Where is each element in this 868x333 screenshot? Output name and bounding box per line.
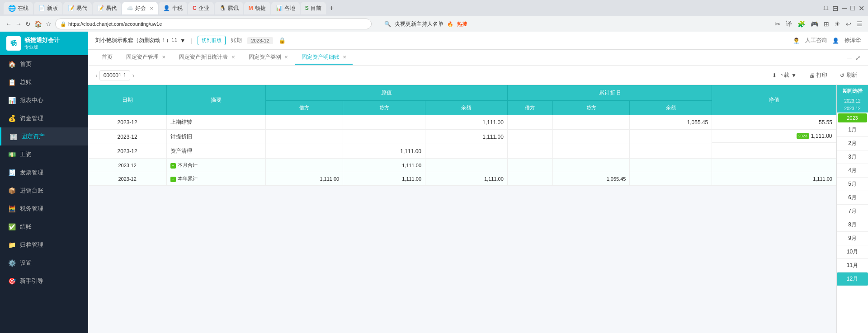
sidebar-label-purchase-sales: 进销台账 — [20, 187, 43, 195]
home-button[interactable]: 🏠 — [34, 20, 42, 28]
tab-list-icon[interactable]: ⊟ — [832, 4, 838, 13]
sidebar-item-home[interactable]: 🏠 首页 — [0, 55, 88, 73]
sidebar-item-settings[interactable]: ⚙️ 设置 — [0, 254, 88, 272]
period-month-3[interactable]: 3月 — [837, 150, 868, 164]
extension-icon[interactable]: 🧩 — [797, 20, 805, 28]
bookmark-button[interactable]: ☆ — [46, 20, 52, 28]
header-right: 👨‍💼 人工咨询 👤 徐泽华 — [793, 37, 861, 44]
tab-expand-icon[interactable]: ⤢ — [855, 54, 861, 61]
tab-fixed-assets-mgmt[interactable]: 固定资产管理 ✕ — [120, 51, 172, 65]
tab-asset-category[interactable]: 固定资产类别 ✕ — [242, 51, 294, 65]
sidebar-item-reports[interactable]: 📊 报表中心 — [0, 91, 88, 109]
period-month-8[interactable]: 8月 — [837, 218, 868, 232]
sidebar-item-funds[interactable]: 💰 资金管理 — [0, 109, 88, 127]
sidebar-item-tax[interactable]: 🧮 税务管理 — [0, 200, 88, 218]
home-icon: 🏠 — [8, 61, 15, 68]
close-window-icon[interactable]: ✕ — [859, 4, 864, 13]
download-label: 下载 — [778, 71, 789, 79]
tab-fixed-assets-mgmt-close[interactable]: ✕ — [162, 55, 165, 60]
menu-icon[interactable]: ☰ — [857, 20, 863, 28]
sidebar-item-guide[interactable]: 🎯 新手引导 — [0, 272, 88, 290]
cell-depr-debit — [507, 115, 552, 130]
tab-asset-detail-ledger-close[interactable]: ✕ — [343, 55, 346, 60]
fixed-assets-icon: 🏢 — [9, 133, 17, 140]
browser-tab-changjie[interactable]: M 畅捷 — [244, 2, 270, 14]
prev-record-button[interactable]: ‹ — [95, 72, 98, 79]
user-label[interactable]: 徐泽华 — [844, 37, 861, 44]
browser-tab-yidai2[interactable]: 📝 易代 — [93, 2, 121, 14]
sidebar-label-funds: 资金管理 — [20, 114, 43, 122]
forward-button[interactable]: → — [15, 20, 22, 28]
translate-icon[interactable]: 译 — [786, 20, 792, 28]
back-button[interactable]: ← — [5, 20, 12, 28]
browser-tab-close[interactable]: ✕ — [150, 6, 153, 11]
sidebar-label-home: 首页 — [20, 60, 32, 68]
purchase-sales-icon: 📦 — [8, 187, 15, 194]
browser-tab-geshui[interactable]: 👤 个税 — [159, 2, 187, 14]
period-month-1[interactable]: 1月 — [837, 123, 868, 137]
tab-home[interactable]: 首页 — [95, 51, 119, 65]
browser-chrome: 🌐 在线 📄 新版 📝 易代 📝 易代 ☁️ 好会 ✕ 👤 个税 C 企业 — [0, 0, 868, 32]
url-text: https://cloud.chanjet.com/accounting/uw1… — [68, 21, 162, 27]
tab-asset-detail-ledger[interactable]: 固定资产明细账 ✕ — [295, 51, 353, 65]
period-month-4[interactable]: 4月 — [837, 164, 868, 178]
brightness-icon[interactable]: ☀ — [835, 20, 840, 28]
lock-icon[interactable]: 🔒 — [278, 37, 286, 44]
sidebar-item-salary[interactable]: 💵 工资 — [0, 145, 88, 164]
browser-tab-online[interactable]: 🌐 在线 — [4, 2, 33, 14]
reload-button[interactable]: ↻ — [25, 20, 31, 28]
print-button[interactable]: 🖨 打印 — [806, 70, 831, 81]
tab-depreciation-stats[interactable]: 固定资产折旧统计表 ✕ — [173, 51, 241, 65]
tab-asset-category-close[interactable]: ✕ — [284, 55, 288, 60]
download-dropdown-icon: ▼ — [791, 72, 797, 79]
period-month-10[interactable]: 10月 — [837, 245, 868, 259]
browser-tab-gedi[interactable]: 📊 各地 — [271, 2, 300, 14]
download-button[interactable]: ⬇ 下载 ▼ — [769, 70, 800, 81]
period-month-11[interactable]: 11月 — [837, 259, 868, 272]
tab-minimize-icon[interactable]: ─ — [847, 54, 852, 61]
period-month-12[interactable]: 12月 — [837, 272, 868, 286]
sidebar-item-archive[interactable]: 📁 归档管理 — [0, 236, 88, 254]
header-divider: | — [191, 38, 192, 44]
browser-tab-tencent[interactable]: 🐧 腾讯 — [215, 2, 243, 14]
next-record-button[interactable]: › — [132, 72, 134, 79]
yearly-summary-icon: + — [170, 177, 176, 182]
service-label[interactable]: 人工咨询 — [805, 37, 827, 44]
browser-tab-qiye[interactable]: C 企业 — [188, 2, 214, 14]
period-month-7[interactable]: 7月 — [837, 205, 868, 218]
url-bar[interactable]: 🔒 https://cloud.chanjet.com/accounting/u… — [55, 19, 372, 29]
minimize-icon[interactable]: ─ — [842, 4, 847, 12]
sidebar-item-invoice[interactable]: 🧾 发票管理 — [0, 164, 88, 182]
undo-icon[interactable]: ↩ — [846, 20, 851, 28]
browser-tab-new[interactable]: 📄 新版 — [34, 2, 62, 14]
refresh-button[interactable]: ↺ 刷新 — [836, 70, 861, 81]
app-container: 畅 畅捷通好会计 专业版 🏠 首页 📋 总账 📊 报表中心 💰 资金管理 — [0, 32, 868, 333]
game-icon[interactable]: 🎮 — [811, 20, 818, 28]
cell-date: 2023-12 — [89, 172, 167, 186]
col-depr-balance: 余额 — [630, 101, 712, 115]
sidebar-item-ledger[interactable]: 📋 总账 — [0, 73, 88, 91]
browser-tab-haohui[interactable]: ☁️ 好会 ✕ — [122, 2, 158, 14]
scissors-icon[interactable]: ✂ — [775, 20, 780, 28]
maximize-icon[interactable]: □ — [850, 4, 855, 12]
sidebar-item-close-period[interactable]: ✅ 结账 — [0, 218, 88, 236]
period-month-9[interactable]: 9月 — [837, 232, 868, 245]
browser-tab-yidai1[interactable]: 📝 易代 — [63, 2, 92, 14]
new-tab-button[interactable]: + — [327, 4, 336, 12]
col-orig-credit: 贷方 — [343, 101, 425, 115]
period-month-2[interactable]: 2月 — [837, 137, 868, 150]
record-nav: 000001 1 — [99, 70, 131, 80]
tab-depreciation-stats-close[interactable]: ✕ — [231, 55, 235, 60]
account-selector[interactable]: 刘小艳演示账套（勿删勿动！）11 ▼ — [95, 37, 185, 44]
period-month-5[interactable]: 5月 — [837, 178, 868, 191]
period-date-2: 2023.12 — [837, 105, 868, 113]
switch-version-button[interactable]: 切到旧版 — [198, 36, 226, 45]
cell-orig-balance — [425, 144, 508, 159]
period-year[interactable]: 2023 — [838, 113, 867, 122]
browser-tab-muqian[interactable]: S 目前 — [301, 2, 326, 14]
toolbar: ‹ 000001 1 › ⬇ 下载 ▼ 🖨 打印 ↺ — [88, 66, 868, 85]
period-month-6[interactable]: 6月 — [837, 191, 868, 205]
sidebar-item-purchase-sales[interactable]: 📦 进销台账 — [0, 182, 88, 200]
sidebar-item-fixed-assets[interactable]: 🏢 固定资产 — [0, 127, 88, 145]
grid-icon[interactable]: ⊞ — [824, 20, 829, 28]
